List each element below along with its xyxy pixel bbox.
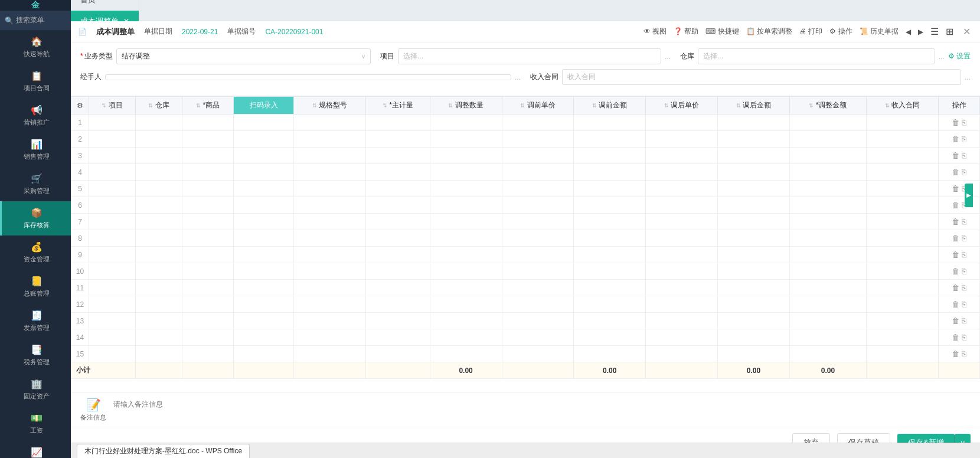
handler-input[interactable] [105,74,511,80]
row-unit-2[interactable] [365,131,430,148]
row-adj-amount-5[interactable] [789,181,866,197]
row-adj-qty-1[interactable] [430,114,502,131]
row-delete-3[interactable]: 🗑 [952,151,959,160]
row-warehouse-12[interactable] [136,296,182,313]
row-unit-6[interactable] [365,197,430,214]
row-post-unit-price-2[interactable] [646,131,718,148]
row-pre-amount-7[interactable] [574,214,646,230]
row-income-contract-12[interactable] [867,296,939,313]
row-delete-12[interactable]: 🗑 [952,300,959,309]
row-adj-qty-14[interactable] [430,329,502,346]
row-adj-amount-4[interactable] [789,164,866,181]
row-income-contract-3[interactable] [867,148,939,164]
row-delete-4[interactable]: 🗑 [952,168,959,176]
row-adj-amount-14[interactable] [789,329,866,346]
row-pre-unit-price-5[interactable] [502,181,574,197]
row-spec-2[interactable] [294,131,366,148]
row-scan-8[interactable] [234,230,294,247]
row-copy-3[interactable]: ⎘ [962,151,966,160]
row-goods-4[interactable] [182,164,234,181]
row-scan-10[interactable] [234,263,294,280]
row-post-unit-price-4[interactable] [646,164,718,181]
row-post-amount-15[interactable] [718,346,790,362]
row-pre-unit-price-14[interactable] [502,329,574,346]
row-scan-3[interactable] [234,148,294,164]
income-contract-input[interactable]: 收入合同 [562,69,961,85]
row-post-amount-14[interactable] [718,329,790,346]
row-spec-15[interactable] [294,346,366,362]
row-warehouse-8[interactable] [136,230,182,247]
row-spec-1[interactable] [294,114,366,131]
row-scan-1[interactable] [234,114,294,131]
row-scan-6[interactable] [234,197,294,214]
row-adj-qty-6[interactable] [430,197,502,214]
row-post-unit-price-5[interactable] [646,181,718,197]
row-income-contract-11[interactable] [867,280,939,296]
row-scan-9[interactable] [234,247,294,263]
business-type-input[interactable]: 结存调整 ∨ [116,48,371,64]
row-adj-qty-13[interactable] [430,313,502,329]
row-goods-14[interactable] [182,329,234,346]
row-adj-amount-7[interactable] [789,214,866,230]
row-pre-unit-price-1[interactable] [502,114,574,131]
row-scan-12[interactable] [234,296,294,313]
row-post-unit-price-7[interactable] [646,214,718,230]
row-warehouse-5[interactable] [136,181,182,197]
row-warehouse-1[interactable] [136,114,182,131]
side-toggle[interactable]: ▶ [965,184,973,207]
card-view-btn[interactable]: ⊞ [946,26,953,37]
row-income-contract-15[interactable] [867,346,939,362]
row-unit-9[interactable] [365,247,430,263]
row-pre-amount-5[interactable] [574,181,646,197]
history-btn[interactable]: 📜 历史单据 [860,27,899,37]
row-delete-9[interactable]: 🗑 [952,250,959,259]
row-warehouse-13[interactable] [136,313,182,329]
row-post-unit-price-14[interactable] [646,329,718,346]
project-dots[interactable]: ... [665,53,671,61]
row-project-9[interactable] [89,247,136,263]
row-goods-3[interactable] [182,148,234,164]
row-post-amount-4[interactable] [718,164,790,181]
row-adj-qty-12[interactable] [430,296,502,313]
row-pre-amount-6[interactable] [574,197,646,214]
row-unit-8[interactable] [365,230,430,247]
row-adj-amount-6[interactable] [789,197,866,214]
row-goods-6[interactable] [182,197,234,214]
row-post-amount-7[interactable] [718,214,790,230]
row-copy-8[interactable]: ⎘ [962,234,966,243]
row-spec-6[interactable] [294,197,366,214]
row-project-5[interactable] [89,181,136,197]
row-pre-amount-8[interactable] [574,230,646,247]
row-project-4[interactable] [89,164,136,181]
row-adj-amount-13[interactable] [789,313,866,329]
row-spec-9[interactable] [294,247,366,263]
row-unit-3[interactable] [365,148,430,164]
income-contract-dots[interactable]: ... [965,73,971,81]
wps-tab[interactable]: 木门行业好业财处理方案-墨红红.doc - WPS Office [77,444,250,458]
sidebar-item-purchase-mgmt[interactable]: 🛒采购管理 [0,167,71,201]
row-pre-unit-price-12[interactable] [502,296,574,313]
row-unit-10[interactable] [365,263,430,280]
row-unit-5[interactable] [365,181,430,197]
row-spec-13[interactable] [294,313,366,329]
row-pre-unit-price-9[interactable] [502,247,574,263]
row-post-amount-12[interactable] [718,296,790,313]
row-spec-7[interactable] [294,214,366,230]
row-post-unit-price-1[interactable] [646,114,718,131]
row-copy-15[interactable]: ⎘ [962,349,966,358]
row-scan-5[interactable] [234,181,294,197]
row-unit-11[interactable] [365,280,430,296]
row-income-contract-9[interactable] [867,247,939,263]
row-pre-amount-9[interactable] [574,247,646,263]
row-copy-1[interactable]: ⎘ [962,118,966,127]
row-spec-12[interactable] [294,296,366,313]
row-post-amount-6[interactable] [718,197,790,214]
row-post-amount-11[interactable] [718,280,790,296]
row-delete-13[interactable]: 🗑 [952,316,959,325]
row-project-1[interactable] [89,114,136,131]
row-copy-12[interactable]: ⎘ [962,300,966,309]
row-pre-amount-4[interactable] [574,164,646,181]
row-adj-amount-8[interactable] [789,230,866,247]
sidebar-item-sales-mgmt[interactable]: 📊销售管理 [0,133,71,167]
row-pre-unit-price-10[interactable] [502,263,574,280]
